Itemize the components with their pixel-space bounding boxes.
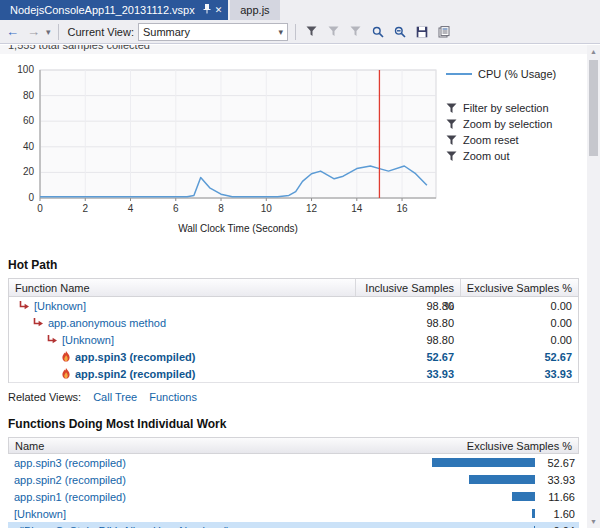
tab-appjs[interactable]: app.js [230, 0, 279, 20]
export-icon[interactable] [435, 23, 453, 41]
function-name-link[interactable]: app.spin1 (recompiled) [14, 491, 126, 503]
hot-path-arrow-icon [47, 335, 58, 345]
exclusive-samples-value: 52.67 [460, 351, 578, 363]
report-toolbar: ← → ▾ Current View: Summary ▾ [0, 20, 600, 44]
function-name-link[interactable]: app.spin3 (recompiled) [75, 351, 195, 363]
zoom-out-icon [446, 151, 457, 162]
samples-collected-line: 1,555 total samples collected [0, 45, 587, 54]
column-header-exclusive[interactable]: Exclusive Samples % [460, 279, 578, 296]
svg-text:100: 100 [17, 64, 34, 75]
tab-performance-report[interactable]: NodejsConsoleApp11_20131112.vspx ✕ [0, 0, 228, 20]
view-selector[interactable]: Summary ▾ [138, 23, 288, 41]
table-row[interactable]: app.spin1 (recompiled)11.66 [8, 488, 579, 505]
exclusive-samples-value: 0.04 [537, 525, 579, 528]
filter-icon[interactable] [303, 23, 321, 41]
column-header-function-name[interactable]: Function Name [9, 282, 355, 294]
nav-history-chevron-icon[interactable]: ▾ [46, 27, 51, 37]
report-content: 1,555 total samples collected 0204060801… [0, 45, 587, 528]
table-row[interactable]: .."BinaryOpStub_DIV_Alloc_HeapNumbers"0.… [8, 522, 579, 528]
forward-button[interactable]: → [25, 24, 42, 39]
chart-action-zoom-by-selection[interactable]: Zoom by selection [446, 118, 582, 130]
svg-text:0: 0 [28, 192, 34, 203]
cpu-chart[interactable]: 0204060801000246810121416Wall Clock Time… [0, 58, 446, 244]
hot-path-title: Hot Path [8, 258, 587, 272]
individual-work-rows: app.spin3 (recompiled)52.67app.spin2 (re… [8, 454, 579, 528]
cpu-chart-section: 0204060801000246810121416Wall Clock Time… [0, 58, 587, 244]
chart-action-filter-by-selection[interactable]: Filter by selection [446, 102, 582, 114]
hot-path-arrow-icon [33, 318, 44, 328]
zoom-out-toolbar-icon[interactable] [391, 23, 409, 41]
table-row[interactable]: app.spin2 (recompiled)33.9333.93 [9, 365, 578, 382]
zoom-in-icon[interactable] [369, 23, 387, 41]
inclusive-samples-value: 98.80 [355, 317, 460, 329]
function-name-link[interactable]: app.anonymous method [48, 317, 166, 329]
samples-bar-zone [325, 475, 537, 484]
individual-work-table: Name Exclusive Samples % app.spin3 (reco… [8, 437, 579, 528]
chart-side-panel: CPU (% Usage) Filter by selectionZoom by… [446, 58, 582, 244]
exclusive-samples-value: 33.93 [537, 474, 579, 486]
inclusive-samples-value: 98.80 [355, 334, 460, 346]
table-row[interactable]: [Unknown]98.800.00 [9, 297, 578, 314]
function-name-link[interactable]: [Unknown] [34, 300, 86, 312]
chart-legend: CPU (% Usage) [446, 68, 582, 80]
back-button[interactable]: ← [4, 24, 21, 39]
samples-bar-zone [325, 492, 537, 501]
inclusive-samples-value: 52.67 [355, 351, 460, 363]
flame-icon [61, 351, 71, 362]
svg-text:60: 60 [23, 115, 35, 126]
legend-line-swatch [446, 73, 472, 75]
column-header-name[interactable]: Name [9, 440, 467, 452]
function-name-link[interactable]: app.spin3 (recompiled) [14, 457, 126, 469]
table-row[interactable]: app.spin3 (recompiled)52.6752.67 [9, 348, 578, 365]
chart-action-zoom-out[interactable]: Zoom out [446, 150, 582, 162]
table-row[interactable]: app.anonymous method98.800.00 [9, 314, 578, 331]
column-header-inclusive[interactable]: Inclusive Samples % [355, 279, 460, 296]
column-header-exclusive-samples[interactable]: Exclusive Samples % [467, 440, 578, 452]
related-views: Related Views: Call TreeFunctions [8, 391, 587, 403]
svg-text:0: 0 [37, 203, 43, 214]
tab-label: app.js [236, 4, 273, 16]
chart-action-zoom-reset[interactable]: Zoom reset [446, 134, 582, 146]
chart-actions: Filter by selectionZoom by selectionZoom… [446, 102, 582, 162]
show-filter-icon[interactable] [347, 23, 365, 41]
samples-bar [512, 492, 535, 501]
exclusive-samples-value: 1.60 [537, 508, 579, 520]
function-name-link[interactable]: app.spin2 (recompiled) [14, 474, 126, 486]
related-view-link-functions[interactable]: Functions [149, 391, 197, 403]
function-name-link[interactable]: .."BinaryOpStub_DIV_Alloc_HeapNumbers" [14, 525, 228, 528]
legend-label: CPU (% Usage) [478, 68, 556, 80]
scroll-down-icon[interactable]: ▼ [587, 515, 600, 528]
current-view-label: Current View: [68, 26, 134, 38]
close-icon[interactable]: ✕ [215, 5, 223, 15]
save-icon[interactable] [413, 23, 431, 41]
svg-text:40: 40 [23, 141, 35, 152]
scrollbar-thumb[interactable] [589, 60, 598, 156]
table-row[interactable]: [Unknown]1.60 [8, 505, 579, 522]
chart-action-label: Filter by selection [463, 102, 549, 114]
table-row[interactable]: app.spin2 (recompiled)33.93 [8, 471, 579, 488]
clear-filter-icon[interactable] [325, 23, 343, 41]
filter-funnel-icon [446, 103, 457, 114]
table-row[interactable]: app.spin3 (recompiled)52.67 [8, 454, 579, 471]
vertical-scrollbar[interactable]: ▲ ▼ [587, 45, 600, 528]
samples-bar [532, 509, 535, 518]
toolbar-separator [295, 24, 296, 40]
svg-text:20: 20 [23, 166, 35, 177]
related-view-link-call-tree[interactable]: Call Tree [93, 391, 137, 403]
pin-icon[interactable] [203, 4, 211, 16]
svg-text:Wall Clock Time (Seconds): Wall Clock Time (Seconds) [178, 223, 298, 234]
hot-path-table: Function Name Inclusive Samples % Exclus… [8, 278, 579, 383]
function-name-link[interactable]: [Unknown] [62, 334, 114, 346]
samples-bar-zone [325, 509, 537, 518]
samples-bar [469, 475, 535, 484]
scroll-up-icon[interactable]: ▲ [587, 45, 600, 58]
function-name-link[interactable]: [Unknown] [14, 508, 66, 520]
exclusive-samples-value: 0.00 [460, 334, 578, 346]
chevron-down-icon: ▾ [278, 27, 283, 37]
exclusive-samples-value: 33.93 [460, 368, 578, 380]
chart-action-label: Zoom by selection [463, 118, 552, 130]
function-name-link[interactable]: app.spin2 (recompiled) [75, 368, 195, 380]
chart-action-label: Zoom out [463, 150, 509, 162]
individual-work-header: Name Exclusive Samples % [8, 437, 579, 454]
table-row[interactable]: [Unknown]98.800.00 [9, 331, 578, 348]
